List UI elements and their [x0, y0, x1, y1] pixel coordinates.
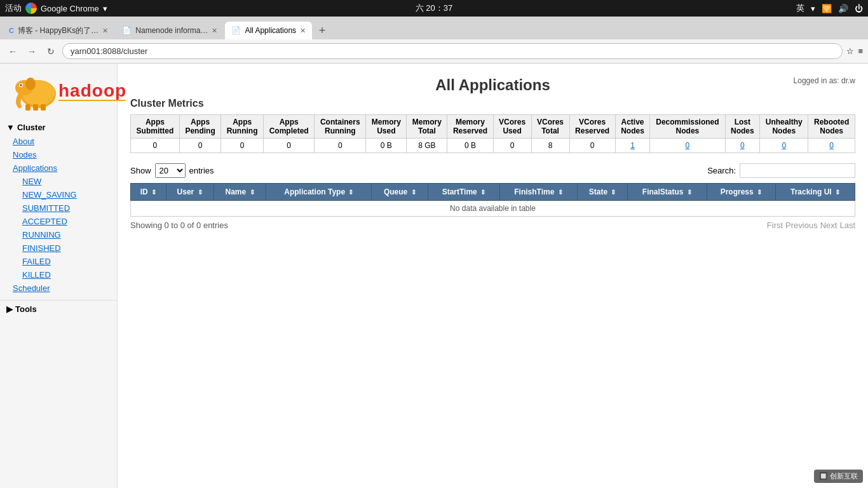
col-unhealthy-nodes: UnhealthyNodes	[760, 115, 808, 139]
svg-point-4	[20, 85, 22, 86]
sidebar-cluster-header[interactable]: ▼ Cluster	[0, 120, 117, 135]
val-lost-nodes[interactable]: 0	[725, 139, 760, 153]
val-vcores-used: 0	[493, 139, 531, 153]
sidebar-tools-header[interactable]: ▶ Tools	[0, 300, 117, 318]
col-memory-used: MemoryUsed	[366, 115, 407, 139]
pagination-last[interactable]: Last	[839, 220, 855, 230]
col-name[interactable]: Name ⇕	[214, 184, 266, 201]
sort-finalstatus-icon: ⇕	[687, 189, 692, 196]
pagination-next[interactable]: Next	[820, 220, 837, 230]
os-lang-dropdown-icon: ▾	[811, 4, 815, 13]
os-power-icon: ⏻	[855, 4, 863, 13]
decommissioned-link[interactable]: 0	[686, 141, 690, 150]
tab-namenode-close[interactable]: ✕	[212, 27, 217, 35]
sidebar-item-failed[interactable]: FAILED	[0, 255, 117, 268]
col-vcores-total: VCoresTotal	[531, 115, 569, 139]
entries-select[interactable]: 20 50 100	[155, 163, 186, 178]
table-footer: Showing 0 to 0 of 0 entries First Previo…	[130, 220, 855, 230]
pagination-previous[interactable]: Previous	[785, 220, 818, 230]
sidebar-tools-label: Tools	[15, 304, 37, 314]
reload-button[interactable]: ↻	[43, 44, 58, 59]
apps-table-section: Show 20 50 100 entries Search:	[130, 163, 855, 230]
col-rebooted-nodes: RebootedNodes	[808, 115, 855, 139]
pagination: First Previous Next Last	[767, 220, 855, 230]
tab-allapps[interactable]: 📄 All Applications ✕	[225, 22, 312, 39]
svg-text:hadoop: hadoop	[58, 81, 126, 100]
col-application-type[interactable]: Application Type ⇕	[266, 184, 372, 201]
bookmark-icon[interactable]: ☆	[846, 46, 854, 56]
os-chrome-label: Google Chrome	[41, 4, 99, 13]
tab-namenode-icon: 📄	[122, 26, 132, 35]
show-label: Show	[130, 166, 151, 175]
col-finishtime[interactable]: FinishTime ⇕	[499, 184, 578, 201]
col-id[interactable]: ID ⇕	[131, 184, 166, 201]
val-rebooted-nodes[interactable]: 0	[808, 139, 855, 153]
os-wifi-icon: 🛜	[822, 4, 832, 13]
menu-icon[interactable]: ≡	[858, 46, 863, 56]
val-vcores-total: 8	[531, 139, 569, 153]
col-tracking-ui[interactable]: Tracking UI ⇕	[776, 184, 855, 201]
tab-allapps-close[interactable]: ✕	[300, 27, 306, 35]
unhealthy-link[interactable]: 0	[782, 141, 786, 150]
tab-blog-close[interactable]: ✕	[102, 27, 108, 35]
tab-blog[interactable]: C 博客 - HappyBKs的了… ✕	[3, 22, 114, 39]
chrome-logo-icon	[25, 3, 37, 14]
col-memory-reserved: MemoryReserved	[447, 115, 493, 139]
url-text: yarn001:8088/cluster	[71, 46, 147, 56]
col-containers-running: ContainersRunning	[315, 115, 366, 139]
sidebar-item-applications[interactable]: Applications	[0, 161, 117, 175]
svg-rect-7	[33, 104, 38, 111]
sort-name-icon: ⇕	[250, 189, 255, 196]
val-decommissioned-nodes[interactable]: 0	[650, 139, 725, 153]
sidebar-item-new[interactable]: NEW	[0, 175, 117, 188]
val-unhealthy-nodes[interactable]: 0	[760, 139, 808, 153]
active-nodes-link[interactable]: 1	[630, 141, 635, 150]
rebooted-link[interactable]: 0	[829, 141, 834, 150]
sort-progress-icon: ⇕	[757, 189, 762, 196]
tab-allapps-icon: 📄	[231, 26, 241, 35]
os-volume-icon: 🔊	[838, 4, 848, 13]
address-bar: ← → ↻ yarn001:8088/cluster ☆ ≡	[0, 39, 868, 64]
cluster-arrow-icon: ▼	[6, 123, 15, 132]
sidebar: ▼ Cluster About Nodes Applications NEW N…	[0, 64, 118, 488]
col-user[interactable]: User ⇕	[166, 184, 214, 201]
browser-chrome: C 博客 - HappyBKs的了… ✕ 📄 Namenode informa……	[0, 17, 868, 64]
col-starttime[interactable]: StartTime ⇕	[428, 184, 499, 201]
url-input[interactable]: yarn001:8088/cluster	[62, 43, 843, 59]
col-finalstatus[interactable]: FinalStatus ⇕	[627, 184, 707, 201]
sidebar-item-about[interactable]: About	[0, 135, 117, 148]
col-queue[interactable]: Queue ⇕	[372, 184, 428, 201]
os-activities-label: 活动	[5, 3, 22, 14]
main-content: All Applications Logged in as: dr.w Clus…	[118, 64, 868, 488]
col-progress[interactable]: Progress ⇕	[707, 184, 775, 201]
col-apps-running: AppsRunning	[221, 115, 264, 139]
sidebar-item-nodes[interactable]: Nodes	[0, 148, 117, 161]
sidebar-item-accepted[interactable]: ACCEPTED	[0, 215, 117, 228]
os-lang-label: 英	[796, 3, 804, 14]
sort-starttime-icon: ⇕	[480, 189, 485, 196]
sidebar-item-killed[interactable]: KILLED	[0, 268, 117, 281]
hadoop-logo-svg: hadoop	[13, 70, 133, 111]
search-input[interactable]	[740, 163, 855, 178]
os-dropdown-icon: ▾	[103, 4, 107, 13]
back-button[interactable]: ←	[5, 44, 20, 59]
val-apps-pending: 0	[179, 139, 220, 153]
show-entries: Show 20 50 100 entries	[130, 163, 214, 178]
new-tab-button[interactable]: +	[313, 22, 331, 39]
sidebar-item-submitted[interactable]: SUBMITTED	[0, 201, 117, 215]
val-active-nodes[interactable]: 1	[615, 139, 650, 153]
pagination-first[interactable]: First	[767, 220, 783, 230]
val-apps-submitted: 0	[131, 139, 180, 153]
sidebar-item-new-saving[interactable]: NEW_SAVING	[0, 188, 117, 201]
sidebar-cluster-label: Cluster	[17, 123, 46, 132]
search-area: Search:	[707, 163, 855, 178]
lost-link[interactable]: 0	[740, 141, 745, 150]
sidebar-item-scheduler[interactable]: Scheduler	[0, 281, 117, 295]
col-state[interactable]: State ⇕	[578, 184, 627, 201]
tab-namenode[interactable]: 📄 Namenode informa… ✕	[116, 22, 224, 39]
val-vcores-reserved: 0	[569, 139, 615, 153]
forward-button[interactable]: →	[24, 44, 39, 59]
sidebar-item-finished[interactable]: FINISHED	[0, 241, 117, 255]
col-memory-total: MemoryTotal	[407, 115, 447, 139]
sidebar-item-running[interactable]: RUNNING	[0, 228, 117, 241]
